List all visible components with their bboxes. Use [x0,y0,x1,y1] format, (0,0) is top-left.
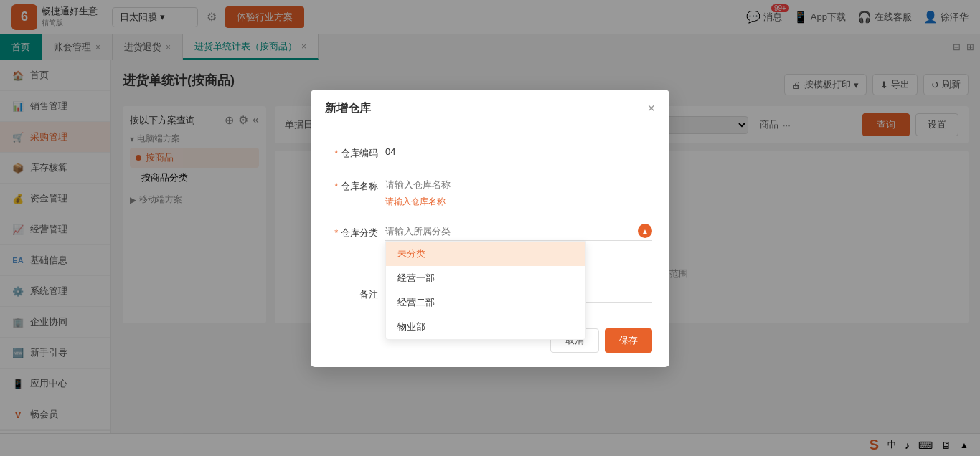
dropdown-item-ops1[interactable]: 经营一部 [386,266,585,290]
modal-title: 新增仓库 [325,101,371,116]
modal-overlay[interactable]: 新增仓库 × * 仓库编码 * 仓库名称 [0,0,980,456]
dropdown-item-property[interactable]: 物业部 [386,315,585,339]
save-button[interactable]: 保存 [605,328,652,353]
category-dropdown: 未分类 经营一部 经营二部 物业部 [385,241,586,340]
form-row-code: * 仓库编码 [328,143,652,161]
modal-body: * 仓库编码 * 仓库名称 请输入仓库名称 [311,128,669,328]
code-input[interactable] [385,143,652,161]
category-field-wrapper: ▲ 未分类 经营一部 经营二部 [385,222,652,241]
category-select-wrapper: ▲ [385,222,652,241]
remark-label: 备注 [328,284,385,301]
name-field-wrapper: 请输入仓库名称 [385,176,506,208]
category-chevron-up-icon[interactable]: ▲ [638,224,652,238]
form-row-name: * 仓库名称 请输入仓库名称 [328,176,652,208]
dropdown-item-uncategorized[interactable]: 未分类 [386,242,585,266]
modal-close-button[interactable]: × [647,101,655,116]
code-label: * 仓库编码 [328,143,385,160]
dropdown-item-ops2[interactable]: 经营二部 [386,290,585,315]
modal: 新增仓库 × * 仓库编码 * 仓库名称 [311,90,669,367]
form-row-category: * 仓库分类 ▲ 未分类 [328,222,652,241]
code-field-wrapper [385,143,652,161]
category-label: * 仓库分类 [328,222,385,239]
modal-header: 新增仓库 × [311,90,669,128]
category-input[interactable] [385,222,638,240]
name-label: * 仓库名称 [328,176,385,193]
name-error-msg: 请输入仓库名称 [385,196,506,208]
name-input[interactable] [385,176,506,194]
